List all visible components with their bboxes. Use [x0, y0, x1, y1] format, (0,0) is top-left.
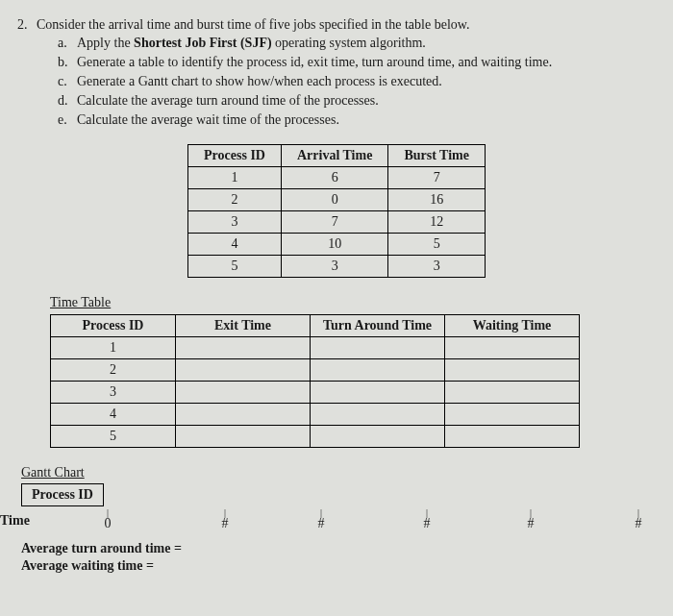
header-pid: Process ID: [51, 315, 176, 337]
gantt-title: Gantt Chart: [21, 465, 673, 480]
cell: 16: [388, 189, 486, 211]
average-tat-label: Average turn around time =: [21, 541, 673, 556]
sub-text: Calculate the average wait time of the p…: [77, 111, 656, 130]
cell: 1: [51, 337, 176, 359]
header-burst: Burst Time: [388, 145, 486, 167]
cell: 4: [51, 404, 176, 426]
cell: 4: [188, 234, 282, 256]
sub-item-a: a. Apply the Shortest Job First (SJF) op…: [58, 35, 656, 53]
sub-text: Generate a table to identify the process…: [77, 54, 656, 72]
gantt-time-label: Time: [0, 513, 30, 529]
cell: [311, 382, 445, 404]
cell: 1: [188, 167, 282, 189]
table-header-row: Process ID Exit Time Turn Around Time Wa…: [51, 315, 580, 337]
sub-text: Generate a Gantt chart to show how/when …: [77, 73, 656, 91]
header-exit: Exit Time: [176, 315, 311, 337]
tick-label: #: [317, 516, 325, 531]
cell: 12: [388, 211, 486, 234]
sub-text: Calculate the average turn around time o…: [77, 92, 656, 111]
cell: [311, 426, 445, 448]
question-number: 2.: [17, 17, 28, 33]
cell: [445, 404, 580, 426]
cell: [176, 359, 311, 382]
cell: 5: [51, 426, 176, 448]
header-pid: Process ID: [188, 145, 282, 167]
cell: 5: [188, 256, 282, 278]
cell: 3: [51, 382, 176, 404]
table-header-row: Process ID Arrival Time Burst Time: [188, 145, 486, 167]
gantt-row: Process ID: [21, 483, 673, 506]
table-row: 3: [51, 382, 580, 404]
header-arrival: Arrival Time: [281, 145, 387, 167]
tick-label: 0: [104, 516, 112, 531]
cell: 7: [281, 211, 387, 234]
table-row: 5: [51, 426, 580, 448]
sub-letter: a.: [58, 35, 77, 53]
cell: 3: [281, 256, 387, 278]
cell: [176, 382, 311, 404]
cell: [445, 426, 580, 448]
sub-question-list: a. Apply the Shortest Job First (SJF) op…: [58, 35, 656, 129]
cell: 3: [188, 211, 282, 234]
tick-label: #: [423, 516, 431, 531]
question-text: Consider the arrival time and burst time…: [37, 17, 656, 33]
cell: 2: [188, 189, 282, 211]
cell: 0: [281, 189, 387, 211]
table-row: 1: [51, 337, 580, 359]
table-row: 533: [188, 256, 486, 278]
sub-item-d: d. Calculate the average turn around tim…: [58, 92, 656, 111]
sub-text: Apply the Shortest Job First (SJF) opera…: [77, 35, 656, 53]
cell: 6: [281, 167, 387, 189]
cell: [445, 337, 580, 359]
table-row: 4105: [188, 234, 486, 256]
sub-letter: c.: [58, 73, 77, 91]
header-tat: Turn Around Time: [311, 315, 445, 337]
time-table: Process ID Exit Time Turn Around Time Wa…: [50, 314, 580, 448]
gantt-process-id-label: Process ID: [21, 483, 104, 506]
cell: [176, 426, 311, 448]
sub-letter: e.: [58, 111, 77, 130]
cell: [445, 359, 580, 382]
cell: [176, 337, 311, 359]
table-row: 3712: [188, 211, 486, 234]
process-data-table: Process ID Arrival Time Burst Time 167 2…: [187, 144, 486, 278]
cell: [311, 337, 445, 359]
time-table-title: Time Table: [50, 295, 673, 310]
cell: 5: [388, 234, 486, 256]
cell: 3: [388, 256, 486, 278]
sub-item-e: e. Calculate the average wait time of th…: [58, 111, 656, 130]
sub-letter: b.: [58, 54, 77, 72]
tick-label: #: [221, 516, 229, 531]
cell: [176, 404, 311, 426]
table-row: 2: [51, 359, 580, 382]
cell: 7: [388, 167, 486, 189]
table-row: 2016: [188, 189, 486, 211]
tick-label: #: [527, 516, 535, 531]
cell: 2: [51, 359, 176, 382]
table-row: 4: [51, 404, 580, 426]
gantt-timeline: Time |0 |# |# |# |# |#: [0, 510, 673, 531]
average-wait-label: Average waiting time =: [21, 558, 673, 574]
cell: [311, 404, 445, 426]
sub-item-b: b. Generate a table to identify the proc…: [58, 54, 656, 72]
cell: [445, 382, 580, 404]
sub-item-c: c. Generate a Gantt chart to show how/wh…: [58, 73, 656, 91]
cell: 10: [281, 234, 387, 256]
cell: [311, 359, 445, 382]
header-wait: Waiting Time: [445, 315, 580, 337]
sub-letter: d.: [58, 92, 77, 111]
table-row: 167: [188, 167, 486, 189]
tick-label: #: [635, 516, 642, 531]
